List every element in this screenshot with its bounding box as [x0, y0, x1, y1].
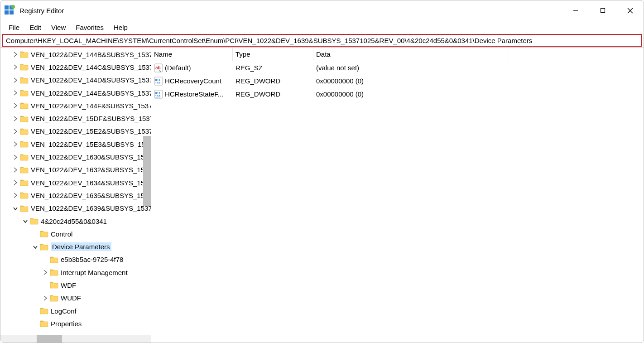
tree-item-label: VEN_1022&DEV_1630&SUBSYS_15371025&REV_00: [31, 153, 151, 161]
folder-icon: [20, 179, 29, 187]
menubar: File Edit View Favorites Help: [0, 20, 644, 34]
chevron-right-icon[interactable]: [12, 102, 19, 109]
folder-icon: [20, 50, 29, 58]
value-data: 0x00000000 (0): [313, 77, 644, 85]
close-button[interactable]: [616, 0, 644, 20]
folder-icon: [20, 191, 29, 199]
tree-item[interactable]: VEN_1022&DEV_144F&SUBSYS_15371025&REV_00: [0, 99, 151, 112]
tree-item[interactable]: Device Parameters: [0, 240, 151, 253]
tree-item[interactable]: VEN_1022&DEV_15E3&SUBSYS_15371025&REV_00: [0, 138, 151, 150]
chevron-right-icon[interactable]: [12, 179, 19, 186]
tree-item[interactable]: VEN_1022&DEV_1632&SUBSYS_15371025&REV_00: [0, 164, 151, 176]
value-row[interactable]: HCRestoreStateF...REG_DWORD0x00000000 (0…: [151, 87, 644, 101]
tree-item[interactable]: VEN_1022&DEV_1635&SUBSYS_15371025&REV_00: [0, 189, 151, 202]
menu-favorites[interactable]: Favorites: [71, 23, 108, 32]
menu-view[interactable]: View: [47, 23, 70, 32]
tree-item[interactable]: e5b3b5ac-9725-4f78: [0, 253, 151, 266]
chevron-right-icon[interactable]: [12, 63, 19, 71]
main-pane: VEN_1022&DEV_144B&SUBSYS_15371025&REV_00…: [0, 47, 644, 343]
tree-item-label: VEN_1022&DEV_1634&SUBSYS_15371025&REV_00: [31, 179, 151, 187]
tree-item[interactable]: VEN_1022&DEV_15E2&SUBSYS_15371025&REV_00: [0, 125, 151, 138]
column-header-data[interactable]: Data: [313, 48, 508, 61]
column-header-name[interactable]: Name: [151, 48, 233, 61]
value-type: REG_DWORD: [233, 77, 313, 85]
chevron-right-icon[interactable]: [12, 128, 19, 135]
value-name: HCRestoreStateF...: [165, 90, 223, 98]
dword-value-icon: [154, 77, 163, 86]
tree-item-label: Device Parameters: [51, 242, 111, 251]
tree-item-label: VEN_1022&DEV_1635&SUBSYS_15371025&REV_00: [31, 192, 151, 199]
svg-rect-6: [601, 9, 605, 13]
tree-item[interactable]: Properties: [0, 317, 151, 330]
value-data: 0x00000000 (0): [313, 90, 644, 98]
tree-item-label: VEN_1022&DEV_15DF&SUBSYS_15371025&REV_00: [31, 115, 151, 122]
minimize-button[interactable]: [562, 0, 589, 20]
chevron-down-icon[interactable]: [32, 243, 39, 251]
tree-item[interactable]: WDF: [0, 279, 151, 291]
chevron-right-icon[interactable]: [12, 51, 19, 58]
chevron-right-icon[interactable]: [12, 192, 19, 199]
tree-item-label: VEN_1022&DEV_1632&SUBSYS_15371025&REV_00: [31, 166, 151, 174]
tree-item-label: VEN_1022&DEV_1639&SUBSYS_15371025&REV_00: [31, 204, 151, 212]
tree-item[interactable]: VEN_1022&DEV_1630&SUBSYS_15371025&REV_00: [0, 150, 151, 163]
chevron-right-icon[interactable]: [12, 166, 19, 174]
chevron-right-icon[interactable]: [42, 295, 49, 302]
value-data: (value not set): [313, 64, 644, 72]
chevron-right-icon[interactable]: [42, 269, 49, 276]
list-header: Name Type Data: [151, 48, 644, 61]
tree-item-label: VEN_1022&DEV_144E&SUBSYS_15371025&REV_00: [31, 89, 151, 97]
chevron-right-icon[interactable]: [12, 115, 19, 122]
tree-item[interactable]: VEN_1022&DEV_1634&SUBSYS_15371025&REV_00: [0, 176, 151, 189]
chevron-right-icon[interactable]: [12, 140, 19, 148]
value-name: HCRecoveryCount: [165, 77, 221, 85]
folder-icon: [20, 204, 29, 213]
menu-file[interactable]: File: [4, 23, 24, 32]
tree-item[interactable]: VEN_1022&DEV_144B&SUBSYS_15371025&REV_00: [0, 48, 151, 61]
folder-icon: [50, 256, 59, 264]
tree-item-label: Properties: [51, 320, 82, 328]
menu-edit[interactable]: Edit: [25, 23, 46, 32]
value-type: REG_DWORD: [233, 90, 313, 98]
folder-icon: [20, 140, 29, 148]
tree-item[interactable]: Control: [0, 227, 151, 240]
svg-rect-0: [5, 5, 9, 10]
folder-icon: [50, 281, 59, 289]
tree-item[interactable]: VEN_1022&DEV_144D&SUBSYS_15371025&REV_00: [0, 74, 151, 87]
values-pane: Name Type Data (Default)REG_SZ(value not…: [151, 48, 644, 343]
string-value-icon: [154, 63, 163, 72]
value-name: (Default): [165, 64, 191, 72]
chevron-right-icon[interactable]: [12, 77, 19, 84]
svg-rect-3: [10, 10, 14, 14]
tree-item[interactable]: VEN_1022&DEV_1639&SUBSYS_15371025&REV_00: [0, 202, 151, 215]
chevron-right-icon[interactable]: [12, 89, 19, 97]
column-header-type[interactable]: Type: [233, 48, 313, 61]
value-row[interactable]: (Default)REG_SZ(value not set): [151, 61, 644, 74]
app-icon: [4, 5, 15, 16]
tree-pane: VEN_1022&DEV_144B&SUBSYS_15371025&REV_00…: [0, 48, 151, 343]
window-title: Registry Editor: [19, 7, 64, 14]
dword-value-icon: [154, 90, 163, 99]
tree-vertical-scrollbar[interactable]: [143, 48, 151, 335]
folder-icon: [20, 115, 29, 123]
folder-icon: [20, 89, 29, 97]
chevron-right-icon[interactable]: [12, 154, 19, 161]
maximize-button[interactable]: [589, 0, 616, 20]
titlebar[interactable]: Registry Editor: [0, 0, 644, 20]
value-row[interactable]: HCRecoveryCountREG_DWORD0x00000000 (0): [151, 74, 644, 87]
tree-item[interactable]: VEN_1022&DEV_15DF&SUBSYS_15371025&REV_00: [0, 112, 151, 125]
tree-item[interactable]: VEN_1022&DEV_144E&SUBSYS_15371025&REV_00: [0, 87, 151, 99]
tree-item[interactable]: VEN_1022&DEV_144C&SUBSYS_15371025&REV_00: [0, 61, 151, 73]
tree-item-label: Interrupt Management: [61, 269, 128, 276]
tree-item[interactable]: Interrupt Management: [0, 266, 151, 279]
tree-item[interactable]: LogConf: [0, 304, 151, 317]
tree-item[interactable]: 4&20c24d55&0&0341: [0, 215, 151, 227]
tree-horizontal-scrollbar[interactable]: [0, 335, 151, 343]
tree-item-label: Control: [51, 230, 72, 238]
folder-icon: [50, 268, 59, 276]
chevron-down-icon[interactable]: [22, 217, 29, 225]
address-bar[interactable]: Computer\HKEY_LOCAL_MACHINE\SYSTEM\Curre…: [2, 34, 642, 47]
menu-help[interactable]: Help: [109, 23, 132, 32]
tree-item-label: VEN_1022&DEV_15E3&SUBSYS_15371025&REV_00: [31, 140, 151, 148]
chevron-down-icon[interactable]: [12, 205, 19, 212]
tree-item[interactable]: WUDF: [0, 292, 151, 304]
